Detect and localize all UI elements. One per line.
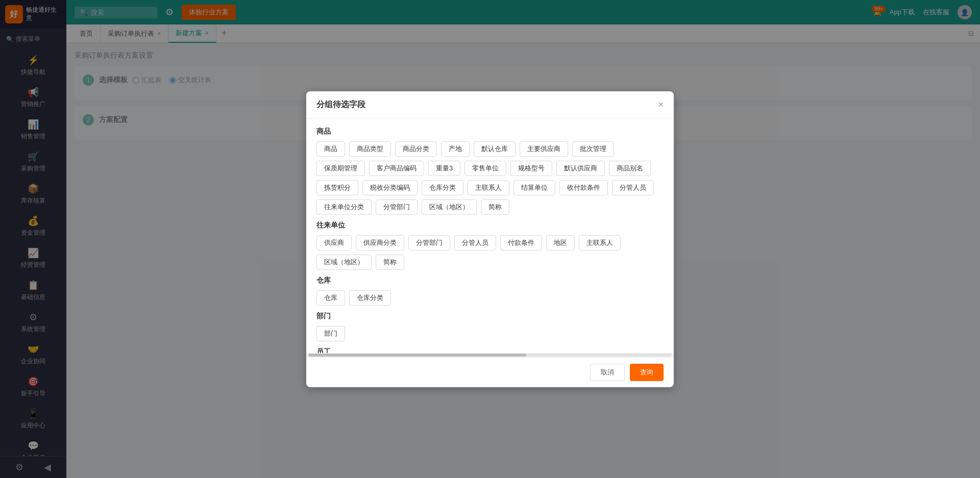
confirm-button[interactable]: 查询: [630, 364, 664, 381]
modal-title: 分组待选字段: [316, 99, 365, 110]
field-tag[interactable]: 简称: [481, 199, 509, 215]
field-tag[interactable]: 分管部门: [376, 199, 418, 215]
field-tag[interactable]: 税收分类编码: [362, 180, 418, 195]
field-tag[interactable]: 收付款条件: [559, 180, 608, 195]
field-tag[interactable]: 简称: [376, 255, 404, 270]
field-tag[interactable]: 客户商品编码: [369, 161, 424, 176]
field-tag[interactable]: 主要供应商: [520, 141, 568, 157]
modal-header: 分组待选字段 ×: [306, 91, 674, 119]
field-grid-warehouse: 仓库 仓库分类: [316, 290, 664, 306]
field-tag[interactable]: 区域（地区）: [316, 255, 372, 270]
field-tag[interactable]: 仓库分类: [349, 290, 391, 306]
hscroll-track: [308, 354, 672, 357]
cancel-button[interactable]: 取消: [590, 364, 625, 381]
field-tag[interactable]: 仓库分类: [422, 180, 463, 195]
field-tag[interactable]: 供应商: [316, 235, 352, 250]
field-tag[interactable]: 地区: [546, 235, 575, 250]
field-tag[interactable]: 商品类型: [349, 141, 391, 157]
field-tag[interactable]: 付款条件: [500, 235, 542, 250]
field-tag[interactable]: 批次管理: [572, 141, 614, 157]
field-tag[interactable]: 仓库: [316, 290, 345, 306]
field-tag[interactable]: 默认供应商: [556, 161, 605, 176]
field-tag[interactable]: 默认仓库: [474, 141, 516, 157]
field-tag[interactable]: 结算单位: [513, 180, 555, 195]
section-title-product: 商品: [316, 127, 664, 136]
modal-horizontal-scrollbar[interactable]: [306, 353, 674, 357]
field-selection-modal: 分组待选字段 × 商品 商品 商品类型 商品分类 产地 默认仓库 主要供应商 批…: [306, 91, 674, 387]
field-tag[interactable]: 部门: [316, 326, 345, 341]
field-grid-dept: 部门: [316, 326, 664, 341]
field-tag[interactable]: 主联系人: [579, 235, 621, 250]
hscroll-thumb[interactable]: [308, 354, 526, 357]
field-tag[interactable]: 商品分类: [395, 141, 437, 157]
modal-close-button[interactable]: ×: [658, 99, 664, 110]
modal-footer: 取消 查询: [306, 357, 674, 387]
field-tag[interactable]: 商品别名: [609, 161, 651, 176]
field-tag[interactable]: 供应商分类: [356, 235, 404, 250]
field-tag[interactable]: 分管人员: [454, 235, 496, 250]
field-tag[interactable]: 往来单位分类: [316, 199, 372, 215]
field-tag[interactable]: 分管部门: [408, 235, 450, 250]
field-tag[interactable]: 零售单位: [464, 161, 506, 176]
modal-body: 商品 商品 商品类型 商品分类 产地 默认仓库 主要供应商 批次管理 保质期管理…: [306, 119, 674, 354]
field-tag[interactable]: 规格型号: [510, 161, 552, 176]
section-title-dept: 部门: [316, 312, 664, 321]
field-grid-partner: 供应商 供应商分类 分管部门 分管人员 付款条件 地区 主联系人 区域（地区） …: [316, 235, 664, 270]
section-title-partner: 往来单位: [316, 221, 664, 230]
field-tag[interactable]: 区域（地区）: [422, 199, 477, 215]
field-grid-product: 商品 商品类型 商品分类 产地 默认仓库 主要供应商 批次管理 保质期管理 客户…: [316, 141, 664, 215]
field-tag[interactable]: 产地: [441, 141, 470, 157]
field-tag[interactable]: 主联系人: [468, 180, 509, 195]
field-tag[interactable]: 拣货积分: [316, 180, 358, 195]
modal-overlay: 分组待选字段 × 商品 商品 商品类型 商品分类 产地 默认仓库 主要供应商 批…: [0, 0, 980, 478]
section-title-warehouse: 仓库: [316, 276, 664, 285]
field-tag[interactable]: 商品: [316, 141, 345, 157]
field-tag[interactable]: 保质期管理: [316, 161, 365, 176]
section-title-staff: 员工: [316, 347, 664, 354]
field-tag[interactable]: 重量3: [428, 161, 460, 176]
field-tag[interactable]: 分管人员: [612, 180, 654, 195]
